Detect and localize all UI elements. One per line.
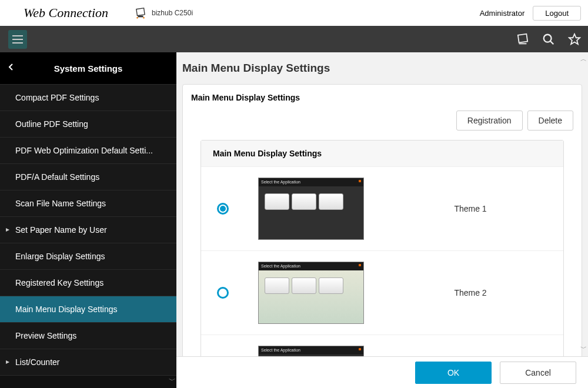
theme-preview: Select the Application	[258, 262, 364, 324]
svg-point-2	[136, 17, 138, 18]
sidebar-item[interactable]: Enlarge Display Settings	[0, 243, 176, 270]
scroll-down-icon[interactable]: ﹀	[169, 376, 176, 386]
device-label: bizhub C250i	[152, 9, 193, 17]
theme-preview: Select the Application	[258, 346, 364, 356]
svg-line-7	[550, 41, 554, 44]
role-label: Administrator	[480, 9, 525, 18]
page-title: Main Menu Display Settings	[176, 52, 588, 84]
theme-preview: Select the Application	[258, 178, 364, 240]
registration-button[interactable]: Registration	[456, 111, 523, 131]
theme-row: Select the ApplicationTheme 3	[201, 335, 563, 356]
cancel-button[interactable]: Cancel	[500, 362, 576, 384]
theme-list-card: Main Menu Display Settings Select the Ap…	[201, 140, 564, 356]
sidebar-header: System Settings	[0, 52, 176, 85]
logo: Web Connection	[24, 5, 108, 21]
main-scroll-up-icon[interactable]: ︿	[580, 55, 587, 63]
main-scroll-down-icon[interactable]: ﹀	[580, 344, 587, 353]
theme-row: Select the ApplicationTheme 2	[201, 250, 563, 335]
svg-marker-8	[569, 34, 580, 44]
ok-button[interactable]: OK	[415, 362, 492, 384]
card-title: Main Menu Display Settings	[183, 85, 582, 111]
delete-button[interactable]: Delete	[527, 111, 573, 131]
star-icon[interactable]	[568, 33, 581, 46]
scanner-icon[interactable]	[516, 33, 529, 46]
logout-button[interactable]: Logout	[533, 6, 581, 21]
sidebar-item[interactable]: Set Paper Name by User	[0, 217, 176, 243]
svg-rect-4	[518, 34, 527, 42]
main-panel: ︿ Main Menu Display Settings Main Menu D…	[176, 52, 588, 388]
back-icon[interactable]	[8, 63, 14, 73]
theme-row: Select the ApplicationTheme 1	[201, 167, 563, 250]
svg-point-3	[143, 17, 144, 18]
toolbar	[0, 26, 588, 52]
sidebar-item[interactable]: Outline PDF Setting	[0, 111, 176, 138]
inner-card-title: Main Menu Display Settings	[201, 141, 563, 167]
footer-bar: OK Cancel	[176, 356, 588, 388]
sidebar-item[interactable]: PDF Web Optimization Default Setti...	[0, 138, 176, 164]
menu-toggle-button[interactable]	[8, 30, 27, 49]
search-icon[interactable]	[542, 33, 555, 46]
sidebar-item[interactable]: Main Menu Display Settings	[0, 296, 176, 323]
sidebar-item[interactable]: PDF/A Default Settings	[0, 164, 176, 190]
sidebar-list: Compact PDF SettingsOutline PDF SettingP…	[0, 85, 176, 388]
sidebar-item[interactable]: Registered Key Settings	[0, 270, 176, 296]
theme-radio[interactable]	[217, 287, 229, 299]
sidebar-item[interactable]: List/Counter	[0, 349, 176, 376]
sidebar-item[interactable]: Preview Settings	[0, 323, 176, 349]
theme-radio[interactable]	[217, 203, 229, 215]
sidebar-title: System Settings	[0, 63, 176, 73]
svg-rect-1	[138, 16, 143, 18]
settings-card: Main Menu Display Settings Registration …	[182, 84, 582, 356]
top-header: Web Connection bizhub C250i Administrato…	[0, 0, 588, 26]
device-icon	[134, 6, 147, 19]
svg-point-6	[544, 34, 552, 42]
sidebar-item[interactable]: Scan File Name Settings	[0, 190, 176, 217]
sidebar-item[interactable]: Compact PDF Settings	[0, 85, 176, 111]
svg-rect-0	[136, 8, 145, 16]
sidebar: System Settings ︿ Compact PDF SettingsOu…	[0, 52, 176, 388]
theme-label: Theme 2	[385, 288, 556, 297]
theme-label: Theme 1	[385, 204, 556, 213]
